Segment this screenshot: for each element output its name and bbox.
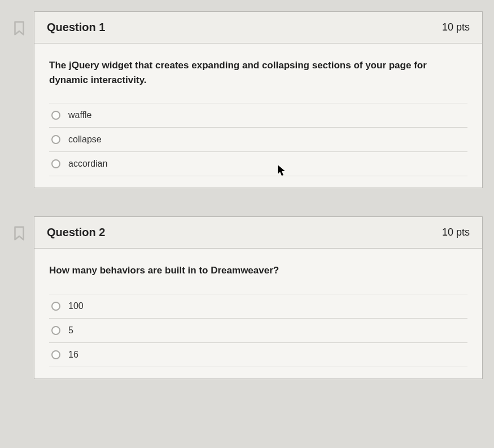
radio-icon[interactable] [51,159,60,168]
options-list: 100 5 16 [49,294,467,367]
options-list: waffle collapse accordian [49,103,467,176]
question-header: Question 2 10 pts [34,217,482,249]
option-row[interactable]: 16 [49,342,467,367]
question-header: Question 1 10 pts [34,12,482,44]
question-title: Question 1 [47,21,105,34]
option-label: accordian [68,159,107,169]
question-body: How many behaviors are built in to Dream… [34,249,482,379]
option-label: 5 [68,325,73,336]
radio-icon[interactable] [51,326,60,335]
option-row[interactable]: 5 [49,318,467,342]
radio-icon[interactable] [51,302,60,311]
option-label: 100 [68,301,84,311]
bookmark-icon[interactable] [11,225,28,242]
option-row[interactable]: accordian [49,151,467,176]
option-row[interactable]: waffle [49,103,467,127]
question-prompt: How many behaviors are built in to Dream… [49,263,467,278]
option-row[interactable]: collapse [49,127,467,151]
question-body: The jQuery widget that creates expanding… [34,44,482,188]
question-card-1: Question 1 10 pts The jQuery widget that… [34,11,483,188]
bookmark-icon[interactable] [11,20,28,37]
radio-icon[interactable] [51,135,60,144]
question-card-2: Question 2 10 pts How many behaviors are… [34,216,483,379]
question-title: Question 2 [47,226,105,239]
question-points: 10 pts [442,21,470,33]
question-prompt: The jQuery widget that creates expanding… [49,58,467,87]
radio-icon[interactable] [51,350,60,359]
option-label: collapse [68,134,102,145]
question-points: 10 pts [442,227,470,238]
option-label: waffle [68,110,92,120]
option-label: 16 [68,350,78,360]
option-row[interactable]: 100 [49,294,467,318]
radio-icon[interactable] [51,111,60,120]
